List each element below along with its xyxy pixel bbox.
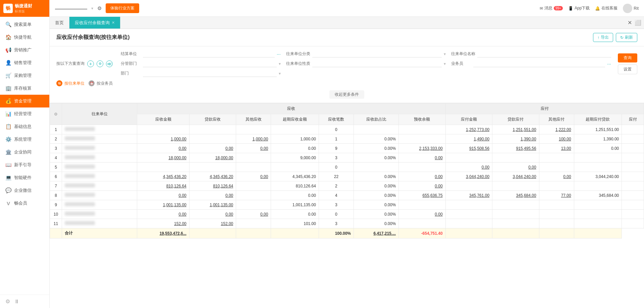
col-group-ar: 应收 — [137, 103, 445, 114]
table-cell[interactable]: 0.00 — [445, 163, 492, 172]
refresh-button[interactable]: ↻ 刷新 — [616, 33, 637, 42]
sidebar-item-hardware[interactable]: 💻 智能硬件 — [0, 171, 49, 184]
scheme-by-unit[interactable]: 畅 按往来单位 — [56, 80, 85, 86]
tab-ar-ap[interactable]: 应收应付余额查询 ✕ — [69, 17, 120, 29]
table-cell[interactable]: 1,000.00 — [137, 134, 190, 144]
table-cell[interactable]: 345,684.00 — [492, 191, 539, 200]
unit-name-input[interactable] — [477, 50, 611, 57]
table-cell[interactable]: 0.00 — [399, 153, 445, 163]
settings-icon[interactable]: ⚙ — [97, 5, 102, 11]
table-cell[interactable]: 18,000.00 — [137, 153, 190, 163]
salesperson-input[interactable] — [473, 60, 605, 67]
table-cell[interactable]: 915,508.56 — [445, 144, 492, 153]
filter-expand-button[interactable]: ≪ — [106, 60, 113, 67]
table-cell[interactable]: 0.00 — [137, 144, 190, 153]
settlement-dots[interactable]: ··· — [277, 51, 281, 57]
table-cell[interactable]: 1,251,551.00 — [492, 125, 539, 134]
table-cell[interactable]: 0.00 — [236, 172, 271, 181]
table-cell[interactable]: 3,044,240.00 — [492, 172, 539, 181]
table-cell[interactable]: 0.00 — [399, 172, 445, 181]
sidebar-item-operations[interactable]: 📊 经营管理 — [0, 107, 49, 120]
table-cell[interactable]: 655,636.75 — [399, 191, 445, 200]
footer-prepaid-total[interactable]: 6,417,215.... — [354, 228, 399, 238]
sidebar-item-marketing[interactable]: 📢 营销推广 — [0, 44, 49, 56]
table-cell[interactable]: 13.00 — [539, 144, 574, 153]
table-cell[interactable]: 0.00 — [189, 210, 236, 219]
settings-footer-icon[interactable]: ⚙ — [5, 298, 10, 305]
table-cell[interactable]: 0.00 — [189, 144, 236, 153]
unit-nature-input[interactable] — [312, 60, 442, 67]
query-button[interactable]: 查询 — [618, 53, 637, 62]
unit-category-arrow[interactable]: ▾ — [444, 52, 446, 56]
table-cell[interactable]: 0.00 — [492, 163, 539, 172]
tab-close-window-button[interactable]: ✕ — [628, 19, 632, 26]
table-cell[interactable]: 18,000.00 — [189, 153, 236, 163]
table-cell[interactable]: 1,001,135.00 — [137, 200, 190, 210]
promo-button[interactable]: 体验行业方案 — [106, 3, 139, 13]
sidebar-item-vip[interactable]: V 畅会员 — [0, 197, 49, 210]
table-cell[interactable]: 100.00 — [539, 134, 574, 144]
unit-nature-arrow[interactable]: ▾ — [444, 61, 446, 66]
table-cell[interactable]: 0.00 — [236, 144, 271, 153]
dept-arrow[interactable]: ▾ — [279, 71, 281, 76]
col-settings[interactable]: ⚙ — [50, 103, 62, 125]
table-cell[interactable]: 4,345,436.20 — [189, 172, 236, 181]
salesperson-dots[interactable]: ··· — [607, 61, 611, 67]
collapse-icon[interactable]: ⏸ — [14, 299, 19, 305]
table-cell[interactable]: 0.00 — [399, 210, 445, 219]
app-download-button[interactable]: 📱 App下载 — [568, 5, 590, 11]
table-settings-icon[interactable]: ⚙ — [54, 112, 58, 117]
sidebar-item-purchase[interactable]: 🛒 采购管理 — [0, 69, 49, 82]
table-cell[interactable]: 0.00 — [137, 210, 190, 219]
table-cell[interactable]: 1,000.00 — [236, 134, 271, 144]
footer-ar-total[interactable]: 19,553,472,6... — [137, 228, 190, 238]
table-cell[interactable]: 2,153,333.00 — [399, 144, 445, 153]
table-cell[interactable]: 810,126.64 — [189, 181, 236, 191]
table-cell[interactable]: 4,345,436.20 — [137, 172, 190, 181]
table-cell[interactable]: 152.00 — [189, 219, 236, 228]
table-cell[interactable]: 0.00 — [189, 191, 236, 200]
message-button[interactable]: ✉ 消息 99+ — [540, 5, 563, 11]
table-cell[interactable]: 3,044,240.00 — [445, 172, 492, 181]
table-cell[interactable]: 1,222.00 — [539, 125, 574, 134]
settlement-input[interactable] — [143, 50, 275, 57]
settings-button[interactable]: 设置 — [618, 64, 637, 74]
scheme-by-salesperson[interactable]: ⏰ 按业务员 — [89, 80, 113, 86]
table-cell[interactable]: 152.00 — [137, 219, 190, 228]
sidebar-item-shortcut[interactable]: 🏠 快捷导航 — [0, 31, 49, 44]
table-cell[interactable]: 1,001,135.00 — [189, 200, 236, 210]
sidebar-item-sales[interactable]: 👤 销售管理 — [0, 56, 49, 69]
tab-home[interactable]: 首页 — [50, 17, 69, 29]
table-cell[interactable]: 0.00 — [539, 172, 574, 181]
table-cell[interactable]: 345,761.00 — [445, 191, 492, 200]
table-cell[interactable]: 915,495.56 — [492, 144, 539, 153]
tab-close-icon[interactable]: ✕ — [112, 20, 115, 25]
dept-input[interactable] — [143, 70, 277, 77]
unit-category-input[interactable] — [312, 50, 442, 57]
filter-add-button[interactable]: + — [87, 60, 94, 67]
table-cell[interactable]: 0.00 — [399, 181, 445, 191]
filter-settings-button[interactable]: ⚙ — [97, 60, 103, 67]
dept-manager-input[interactable] — [143, 60, 277, 67]
table-cell[interactable]: 1,252,773.00 — [445, 125, 492, 134]
sidebar-item-wechat[interactable]: 💬 企业微信 — [0, 184, 49, 197]
sidebar-item-guide[interactable]: 📖 新手引导 — [0, 159, 49, 171]
table-cell[interactable]: 0.00 — [137, 191, 190, 200]
export-button[interactable]: ↑ 导出 — [593, 33, 613, 42]
sidebar-item-enterprise[interactable]: 🏛️ 企业协同 — [0, 146, 49, 159]
sidebar-item-inventory[interactable]: 🏢 库存核算 — [0, 82, 49, 95]
service-button[interactable]: 🔔 在线客服 — [595, 5, 618, 11]
table-cell[interactable]: 810,126.64 — [137, 181, 190, 191]
table-cell[interactable]: 0.00 — [236, 210, 271, 219]
tab-maximize-button[interactable]: ⬜ — [635, 19, 641, 26]
sidebar-item-search[interactable]: 🔍 搜索菜单 — [0, 18, 49, 31]
collapse-button[interactable]: 收起更多条件 — [329, 90, 364, 99]
dept-manager-arrow[interactable]: ▾ — [279, 61, 281, 66]
sidebar-item-system[interactable]: ⚙️ 系统管理 — [0, 133, 49, 146]
table-cell[interactable]: 77.00 — [539, 191, 574, 200]
table-cell[interactable]: 1,490.00 — [445, 134, 492, 144]
sidebar-item-basic[interactable]: 📋 基础信息 — [0, 120, 49, 133]
table-cell[interactable]: 1,390.00 — [492, 134, 539, 144]
sidebar-item-finance[interactable]: 💰 资金管理 — [0, 95, 49, 107]
user-avatar[interactable]: Rit — [623, 4, 639, 13]
